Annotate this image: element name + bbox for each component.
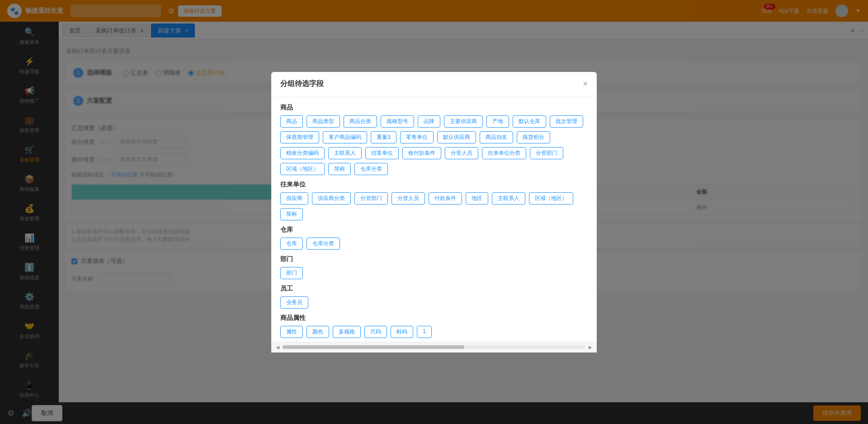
field-grid-商品: 商品商品类型商品分类规格型号品牌主要供应商产地默认仓库批次管理保质期管理客户商品…	[280, 115, 588, 175]
scroll-left-btn[interactable]: ◄	[275, 344, 281, 351]
field-tag-保质期管理[interactable]: 保质期管理	[280, 131, 319, 143]
field-tag-结算单位[interactable]: 结算单位	[365, 147, 399, 159]
field-tag-付款条件[interactable]: 付款条件	[429, 192, 462, 205]
field-tag-产地[interactable]: 产地	[486, 115, 509, 128]
modal-header: 分组待选字段 ×	[271, 72, 597, 96]
field-tag-税收分类编码[interactable]: 税收分类编码	[280, 147, 325, 159]
field-tag-分管人员[interactable]: 分管人员	[392, 192, 425, 205]
section-title-商品属性: 商品属性	[280, 314, 588, 322]
field-tag-区域（地区）[interactable]: 区域（地区）	[529, 192, 573, 205]
field-tag-地区[interactable]: 地区	[466, 192, 488, 205]
field-tag-商品[interactable]: 商品	[280, 115, 303, 128]
scroll-thumb[interactable]	[283, 345, 464, 349]
field-tag-尺码[interactable]: 尺码	[364, 326, 387, 338]
field-tag-规格型号[interactable]: 规格型号	[381, 115, 414, 128]
field-tag-1[interactable]: 1	[417, 326, 432, 338]
field-grid-商品属性: 属性颜色多规格尺码鞋码1	[280, 326, 588, 338]
field-tag-属性[interactable]: 属性	[280, 326, 303, 338]
field-tag-默认供应商[interactable]: 默认供应商	[437, 131, 476, 143]
field-tag-商品别名[interactable]: 商品别名	[480, 131, 513, 143]
field-tag-简称[interactable]: 简称	[280, 208, 303, 220]
field-tag-仓库[interactable]: 仓库	[280, 238, 303, 250]
section-title-商品: 商品	[280, 104, 588, 112]
field-tag-颜色[interactable]: 颜色	[307, 326, 329, 338]
modal-overlay: 分组待选字段 × 商品商品商品类型商品分类规格型号品牌主要供应商产地默认仓库批次…	[0, 0, 868, 424]
section-title-部门: 部门	[280, 255, 588, 263]
field-tag-简称[interactable]: 简称	[328, 163, 351, 175]
field-tag-客户商品编码[interactable]: 客户商品编码	[323, 131, 367, 143]
field-select-modal: 分组待选字段 × 商品商品商品类型商品分类规格型号品牌主要供应商产地默认仓库批次…	[271, 72, 597, 353]
field-tag-收付款条件[interactable]: 收付款条件	[402, 147, 441, 159]
field-tag-鞋码[interactable]: 鞋码	[391, 326, 413, 338]
modal-close-btn[interactable]: ×	[583, 79, 588, 89]
field-tag-商品分类[interactable]: 商品分类	[344, 115, 377, 128]
field-tag-供应商分类[interactable]: 供应商分类	[312, 192, 351, 205]
field-tag-主要供应商[interactable]: 主要供应商	[444, 115, 483, 128]
modal-title: 分组待选字段	[280, 79, 324, 89]
field-tag-商品类型[interactable]: 商品类型	[307, 115, 340, 128]
field-tag-分管部门[interactable]: 分管部门	[530, 147, 563, 159]
field-tag-批次管理[interactable]: 批次管理	[550, 115, 583, 128]
field-tag-主联系人[interactable]: 主联系人	[328, 147, 362, 159]
field-tag-多规格[interactable]: 多规格	[333, 326, 361, 338]
field-tag-品牌[interactable]: 品牌	[418, 115, 440, 128]
scroll-right-btn[interactable]: ►	[587, 344, 593, 351]
field-tag-零售单位[interactable]: 零售单位	[400, 131, 434, 143]
field-grid-部门: 部门	[280, 267, 588, 279]
field-grid-仓库: 仓库仓库分类	[280, 238, 588, 250]
field-tag-部门[interactable]: 部门	[280, 267, 303, 279]
field-tag-拣货积分[interactable]: 拣货积分	[517, 131, 550, 143]
section-title-仓库: 仓库	[280, 226, 588, 234]
field-tag-供应商[interactable]: 供应商	[280, 192, 308, 205]
field-tag-仓库分类[interactable]: 仓库分类	[307, 238, 340, 250]
field-grid-往来单位: 供应商供应商分类分管部门分管人员付款条件地区主联系人区域（地区）简称	[280, 192, 588, 220]
field-tag-分管部门[interactable]: 分管部门	[354, 192, 388, 205]
field-tag-区域（地区）[interactable]: 区域（地区）	[280, 163, 325, 175]
field-tag-业务员[interactable]: 业务员	[280, 296, 308, 309]
field-tag-仓库分类[interactable]: 仓库分类	[354, 163, 388, 175]
section-title-往来单位: 往来单位	[280, 181, 588, 189]
modal-body: 商品商品商品类型商品分类规格型号品牌主要供应商产地默认仓库批次管理保质期管理客户…	[271, 96, 597, 342]
section-title-员工: 员工	[280, 285, 588, 293]
field-tag-默认仓库[interactable]: 默认仓库	[513, 115, 546, 128]
field-tag-重量3[interactable]: 重量3	[371, 131, 396, 143]
field-tag-往来单位分类[interactable]: 往来单位分类	[482, 147, 526, 159]
field-tag-分管人员[interactable]: 分管人员	[445, 147, 478, 159]
field-tag-主联系人[interactable]: 主联系人	[492, 192, 525, 205]
field-grid-员工: 业务员	[280, 296, 588, 309]
